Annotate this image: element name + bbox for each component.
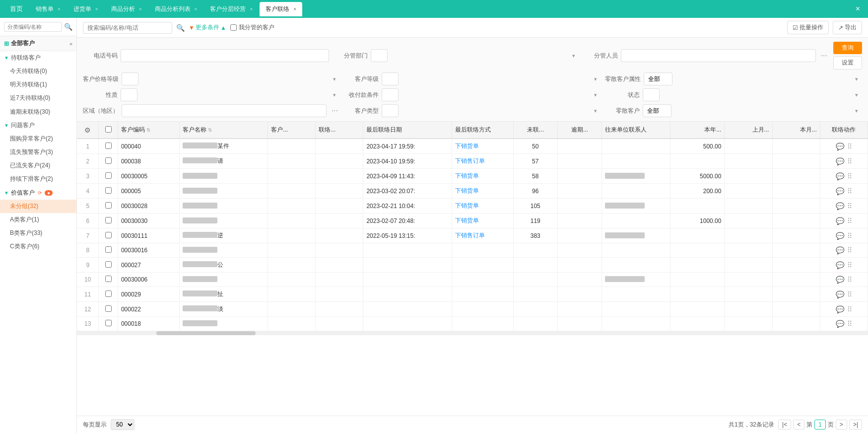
more-action-icon[interactable]: ⠿ <box>847 261 852 269</box>
adv-property-select[interactable] <box>121 88 137 101</box>
close-analysis-tab[interactable]: × <box>139 6 142 12</box>
th-partner[interactable]: 往来单位联系人 <box>602 122 670 139</box>
export-btn[interactable]: ↗ 导出 <box>833 21 862 34</box>
next-page-btn[interactable]: > <box>836 420 847 430</box>
cell-check[interactable] <box>99 184 118 199</box>
row-checkbox[interactable] <box>105 143 112 149</box>
close-analysis-list-tab[interactable]: × <box>195 6 198 12</box>
adv-status-select[interactable] <box>643 88 660 101</box>
th-lastdate[interactable]: 最后联络日期 <box>363 122 452 139</box>
row-checkbox[interactable] <box>105 261 112 268</box>
row-checkbox[interactable] <box>105 157 112 164</box>
contact-action-icon[interactable]: 💬 <box>836 172 844 180</box>
th-code[interactable]: 客户编码 ⇅ <box>118 122 179 139</box>
cell-check[interactable] <box>99 214 118 228</box>
nav-close-btn[interactable]: × <box>852 2 864 15</box>
sidebar-group-pending[interactable]: ▼ 待联络客户 <box>0 51 76 65</box>
contact-action-icon[interactable]: 💬 <box>836 217 844 225</box>
filter-search-input[interactable] <box>83 22 172 34</box>
last-page-btn[interactable]: >| <box>849 420 862 430</box>
lastway-link[interactable]: 下销售订单 <box>455 157 485 164</box>
row-checkbox[interactable] <box>105 290 112 297</box>
more-action-icon[interactable]: ⠿ <box>847 202 852 210</box>
row-checkbox[interactable] <box>105 232 112 238</box>
cell-check[interactable] <box>99 139 118 154</box>
nav-tab-purchase[interactable]: 进货单 × <box>67 2 104 16</box>
prev-page-btn[interactable]: < <box>793 420 804 430</box>
query-btn[interactable]: 查询 <box>833 42 862 54</box>
cell-check[interactable] <box>99 228 118 243</box>
sidebar-item-churned[interactable]: 已流失客户(24) <box>0 159 76 172</box>
staff-dots-btn[interactable]: ··· <box>819 51 829 60</box>
contact-action-icon[interactable]: 💬 <box>836 320 844 328</box>
nav-tab-analysis[interactable]: 商品分析 × <box>105 2 148 16</box>
close-purchase-tab[interactable]: × <box>95 6 98 12</box>
cell-check[interactable] <box>99 287 118 302</box>
th-thismonth[interactable]: 本月... <box>772 122 820 139</box>
close-customer-tier-tab[interactable]: × <box>250 6 253 12</box>
lastway-link[interactable]: 下销售订单 <box>455 232 485 239</box>
sidebar-group-problem[interactable]: ▼ 问题客户 <box>0 119 76 132</box>
th-settings[interactable]: ⚙ <box>77 122 99 139</box>
more-action-icon[interactable]: ⠿ <box>847 143 852 150</box>
th-lastway[interactable]: 最后联络方式 <box>452 122 514 139</box>
adv-cust-type-select[interactable] <box>382 104 399 117</box>
sidebar-item-unclassified[interactable]: 未分组(32) <box>0 200 76 213</box>
sidebar-item-overdue[interactable]: 逾期未联络(30) <box>0 105 76 119</box>
lastway-link[interactable]: 下销货单 <box>455 217 479 224</box>
reset-btn[interactable]: 设置 <box>833 56 862 70</box>
sidebar-item-b-class[interactable]: B类客户(33) <box>0 226 76 240</box>
nav-tab-analysis-list[interactable]: 商品分析列表 × <box>149 2 203 16</box>
cell-check[interactable] <box>99 302 118 317</box>
adv-retail-attr-select[interactable]: 全部 <box>644 72 672 85</box>
more-action-icon[interactable]: ⠿ <box>847 320 852 328</box>
adv-area-input[interactable] <box>122 104 327 117</box>
cell-check[interactable] <box>99 154 118 169</box>
contact-action-icon[interactable]: 💬 <box>836 290 844 298</box>
contact-action-icon[interactable]: 💬 <box>836 143 844 150</box>
sidebar-all-customers[interactable]: ⊞ 全部客户 « <box>0 36 76 51</box>
my-customers-checkbox[interactable] <box>230 24 237 31</box>
first-page-btn[interactable]: |< <box>778 420 791 430</box>
contact-action-icon[interactable]: 💬 <box>836 157 844 165</box>
table-scrollbar-thumb[interactable] <box>156 331 256 335</box>
more-action-icon[interactable]: ⠿ <box>847 305 852 313</box>
th-lastmonth[interactable]: 上月... <box>725 122 772 139</box>
contact-action-icon[interactable]: 💬 <box>836 246 844 254</box>
nav-tab-customer-tier[interactable]: 客户分层经营 × <box>204 2 259 16</box>
contact-action-icon[interactable]: 💬 <box>836 305 844 313</box>
nav-tab-customer-contact[interactable]: 客户联络 × <box>260 2 302 16</box>
adv-cust-grade-select[interactable] <box>382 72 399 85</box>
more-action-icon[interactable]: ⠿ <box>847 290 852 298</box>
more-action-icon[interactable]: ⠿ <box>847 232 852 240</box>
close-customer-contact-tab[interactable]: × <box>293 6 296 12</box>
contact-action-icon[interactable]: 💬 <box>836 202 844 210</box>
sidebar-collapse-btn[interactable]: « <box>69 41 72 47</box>
sidebar-item-today[interactable]: 今天待联络(0) <box>0 65 76 78</box>
cell-check[interactable] <box>99 317 118 331</box>
more-action-icon[interactable]: ⠿ <box>847 246 852 254</box>
row-checkbox[interactable] <box>105 276 112 282</box>
area-dots-btn[interactable]: ··· <box>330 106 340 115</box>
contact-action-icon[interactable]: 💬 <box>836 232 844 240</box>
sidebar-item-declining[interactable]: 持续下滑客户(2) <box>0 172 76 186</box>
lastway-link[interactable]: 下销货单 <box>455 202 479 209</box>
adv-phone-input[interactable] <box>121 49 329 62</box>
row-checkbox[interactable] <box>105 217 112 223</box>
more-action-icon[interactable]: ⠿ <box>847 276 852 284</box>
row-checkbox[interactable] <box>105 320 112 326</box>
cell-check[interactable] <box>99 169 118 184</box>
sidebar-item-hoarding[interactable]: 囤购异常客户(2) <box>0 132 76 145</box>
contact-action-icon[interactable]: 💬 <box>836 187 844 195</box>
lastway-link[interactable]: 下销货单 <box>455 143 479 149</box>
row-checkbox[interactable] <box>105 187 112 194</box>
th-overdue[interactable]: 逾期... <box>557 122 601 139</box>
more-action-icon[interactable]: ⠿ <box>847 217 852 225</box>
row-checkbox[interactable] <box>105 305 112 312</box>
close-sales-tab[interactable]: × <box>58 6 61 12</box>
th-notcontact[interactable]: 未联... <box>513 122 557 139</box>
select-all-checkbox[interactable] <box>105 126 112 133</box>
sidebar-item-tomorrow[interactable]: 明天待联络(1) <box>0 78 76 91</box>
adv-dept-select[interactable] <box>371 49 388 62</box>
contact-action-icon[interactable]: 💬 <box>836 276 844 284</box>
